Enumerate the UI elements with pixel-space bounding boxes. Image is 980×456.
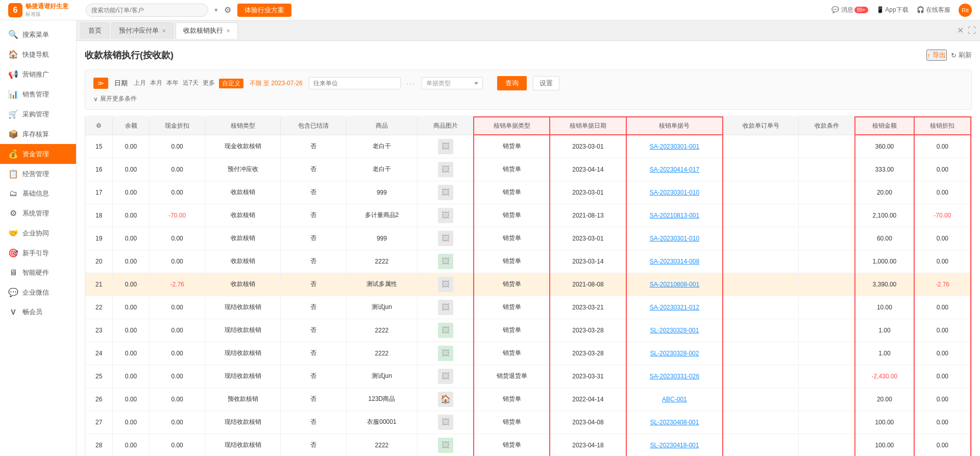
sidebar-item-basic[interactable]: 🗂 基础信息 <box>0 184 76 203</box>
date-link-7days[interactable]: 近7天 <box>183 79 199 88</box>
th-verify-type[interactable]: 核销类型 <box>205 117 281 135</box>
th-receipt-condition[interactable]: 收款条件 <box>799 117 855 135</box>
sidebar-item-hardware[interactable]: 🖥 智能硬件 <box>0 263 76 282</box>
th-verify-bill-type[interactable]: 核销单据类型 <box>474 117 550 135</box>
cell-id: 22 <box>85 296 113 319</box>
date-link-last-month[interactable]: 上月 <box>134 79 146 88</box>
th-balance[interactable]: 余额 <box>113 117 149 135</box>
sidebar-item-system[interactable]: ⚙ 系统管理 <box>0 203 76 223</box>
cell-receipt-condition <box>799 158 855 181</box>
top-search[interactable] <box>86 4 208 17</box>
cell-balance: 0.00 <box>113 342 149 365</box>
cell-cash-discount: 0.00 <box>149 135 205 158</box>
cell-verify-bill-no[interactable]: SA-20210813-001 <box>626 204 723 227</box>
filter-toggle-btn[interactable]: ≫ <box>93 78 108 89</box>
tab-verify-close[interactable]: ✕ <box>226 28 230 34</box>
settings-button[interactable]: 设置 <box>533 76 559 90</box>
tab-verify[interactable]: 收款核销执行 ✕ <box>176 22 238 39</box>
cell-verify-amount: 1.00 <box>855 319 914 342</box>
cell-verify-bill-no[interactable]: SL-20230328-001 <box>626 319 723 342</box>
th-receipt-order-no[interactable]: 收款单订单号 <box>723 117 799 135</box>
tab-verify-label: 收款核销执行 <box>183 26 223 35</box>
search-input[interactable] <box>86 4 208 17</box>
cell-verify-bill-no[interactable]: SA-20230414-017 <box>626 158 723 181</box>
th-goods-img[interactable]: 商品图片 <box>418 117 474 135</box>
cell-verify-bill-no[interactable]: SL-20230328-002 <box>626 342 723 365</box>
cell-verify-bill-date: 2023-03-14 <box>550 250 626 273</box>
industry-btn[interactable]: 体验行业方案 <box>237 4 291 17</box>
bill-type-select[interactable]: 单据类型 <box>422 77 483 89</box>
sidebar-label-wechat: 企业微信 <box>22 288 49 297</box>
chevron-down-icon[interactable]: ▾ <box>214 6 218 14</box>
cell-balance: 0.00 <box>113 181 149 204</box>
cell-verify-amount: 20.00 <box>855 181 914 204</box>
sidebar-item-purchase[interactable]: 🛒 采购管理 <box>0 104 76 124</box>
cell-verify-bill-no[interactable]: SA-20230301-010 <box>626 181 723 204</box>
th-verify-discount[interactable]: 核销折扣 <box>914 117 971 135</box>
message-icon[interactable]: 💬 消息99+ <box>831 6 868 14</box>
sidebar-item-wechat[interactable]: 💬 企业微信 <box>0 282 76 302</box>
sidebar-item-marketing[interactable]: 📢 营销推广 <box>0 64 76 84</box>
cell-receipt-condition <box>799 204 855 227</box>
online-service-link[interactable]: 🎧 在线客服 <box>917 6 950 14</box>
th-include-settled[interactable]: 包含已结清 <box>281 117 347 135</box>
date-custom-btn[interactable]: 自定义 <box>219 79 243 88</box>
cell-id: 20 <box>85 250 113 273</box>
search-icon: 🔍 <box>8 30 18 39</box>
table-row: 28 0.00 0.00 现结收款核销 否 2222 🖼 销货单 2023-04… <box>85 434 971 456</box>
cell-verify-bill-no[interactable]: SL-20230418-001 <box>626 434 723 456</box>
expand-more-btn[interactable]: ∨ 展开更多条件 <box>93 94 963 103</box>
cell-verify-discount: 0.00 <box>914 319 971 342</box>
tab-home[interactable]: 首页 <box>81 22 109 39</box>
guide-icon: 🎯 <box>8 248 18 258</box>
sidebar-item-operations[interactable]: 📋 经营管理 <box>0 164 76 184</box>
partner-input[interactable] <box>309 77 401 89</box>
refresh-button[interactable]: ↻ 刷新 <box>951 50 972 61</box>
cell-verify-bill-date: 2023-03-01 <box>550 135 626 158</box>
gear-icon[interactable]: ⚙ <box>224 5 231 15</box>
sidebar-item-search[interactable]: 🔍 搜索菜单 <box>0 25 76 44</box>
th-verify-bill-no[interactable]: 核销单据号 <box>626 117 723 135</box>
th-goods[interactable]: 商品 <box>346 117 417 135</box>
sidebar-item-nav[interactable]: 🏠 快捷导航 <box>0 44 76 64</box>
cell-receipt-order-no <box>723 319 799 342</box>
user-avatar[interactable]: Rit <box>959 4 972 17</box>
tab-prepay-label: 预付冲应付单 <box>119 26 159 35</box>
export-button[interactable]: ↑ 导出 <box>926 50 947 61</box>
cell-goods-img: 🖼 <box>418 227 474 250</box>
date-link-this-month[interactable]: 本月 <box>150 79 162 88</box>
sidebar-item-inventory[interactable]: 📦 库存核算 <box>0 124 76 144</box>
sidebar-item-member[interactable]: V 畅会员 <box>0 302 76 322</box>
sidebar-item-collab[interactable]: 🤝 企业协同 <box>0 223 76 243</box>
tab-close-icon[interactable]: ✕ <box>957 26 964 35</box>
th-verify-amount[interactable]: 核销金额 <box>855 117 914 135</box>
date-link-this-year[interactable]: 本年 <box>166 79 179 88</box>
sidebar-item-sales[interactable]: 📊 销售管理 <box>0 84 76 104</box>
cell-verify-type: 现结收款核销 <box>205 319 281 342</box>
cell-verify-bill-no[interactable]: SA-20230321-012 <box>626 296 723 319</box>
cell-verify-bill-no[interactable]: SA-20230331-026 <box>626 365 723 388</box>
cell-verify-bill-no[interactable]: SA-20230314-008 <box>626 250 723 273</box>
th-cash-discount[interactable]: 现金折扣 <box>149 117 205 135</box>
collab-icon: 🤝 <box>8 228 18 238</box>
cell-verify-bill-no[interactable]: SL-20230408-001 <box>626 411 723 434</box>
goods-image: 🖼 <box>438 438 453 453</box>
tab-expand-icon[interactable]: ⛶ <box>968 26 976 35</box>
cell-verify-bill-no[interactable]: ABC-001 <box>626 388 723 411</box>
cell-verify-bill-type: 销货单 <box>474 227 550 250</box>
cell-verify-bill-no[interactable]: SA-20210808-001 <box>626 273 723 296</box>
th-settings[interactable]: ⚙ <box>85 117 113 135</box>
sidebar-item-guide[interactable]: 🎯 新手引导 <box>0 243 76 263</box>
th-verify-bill-date[interactable]: 核销单据日期 <box>550 117 626 135</box>
date-link-more[interactable]: 更多 <box>203 79 215 88</box>
tab-prepay-close[interactable]: ✕ <box>162 28 166 34</box>
app-download-link[interactable]: 📱 App下载 <box>876 6 909 14</box>
cell-receipt-condition <box>799 135 855 158</box>
cell-receipt-condition <box>799 411 855 434</box>
cell-verify-bill-date: 2023-03-01 <box>550 181 626 204</box>
cell-verify-bill-no[interactable]: SA-20230301-001 <box>626 135 723 158</box>
tab-prepay[interactable]: 预付冲应付单 ✕ <box>111 22 174 39</box>
cell-verify-bill-no[interactable]: SA-20230301-010 <box>626 227 723 250</box>
query-button[interactable]: 查询 <box>497 76 527 90</box>
sidebar-item-finance[interactable]: 💰 资金管理 <box>0 144 76 164</box>
